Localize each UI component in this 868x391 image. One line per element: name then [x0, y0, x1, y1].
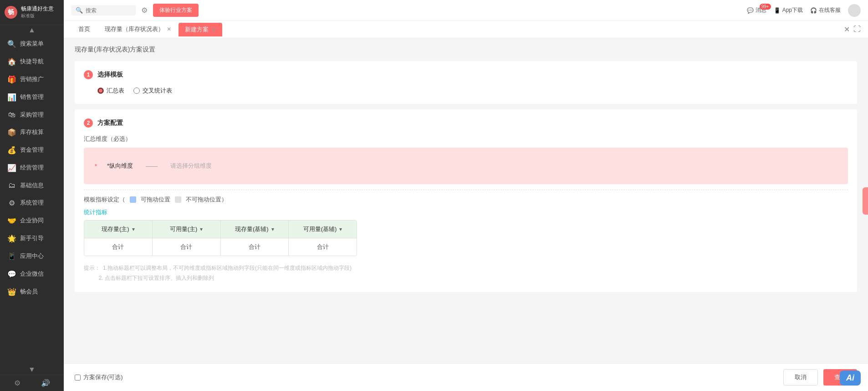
tip1: 提示： 1.拖动标题栏可以调整布局，不可跨维度或指标区域拖动列字段(只能在同一维…: [84, 263, 848, 273]
sidebar-item-member[interactable]: 👑 畅会员: [0, 283, 64, 301]
sidebar-item-label: 畅会员: [20, 288, 38, 296]
cancel-button[interactable]: 取消: [783, 369, 818, 386]
col-header-4: 可用量(基辅) ▾: [289, 221, 357, 238]
guide-icon: 🌟: [7, 234, 16, 243]
tab-inventory-close[interactable]: ✕: [167, 26, 171, 32]
finance-icon: 💰: [7, 146, 16, 154]
tab-home-label: 首页: [78, 25, 90, 33]
dimension-label: 汇总维度（必选）: [84, 135, 848, 143]
sidebar-scroll-up[interactable]: ▲: [0, 25, 64, 35]
template-summary-label: 汇总表: [107, 87, 124, 95]
page-title: 现存量(库存状况表)方案设置: [75, 46, 857, 54]
col2-label: 可用量(主): [170, 225, 198, 233]
col1-chevron[interactable]: ▾: [132, 226, 135, 232]
tip-label: 提示：: [84, 263, 100, 273]
tip2-num: [84, 273, 96, 283]
sidebar-item-wechat[interactable]: 💬 企业微信: [0, 265, 64, 283]
tab-inventory-status[interactable]: 现存量（库存状况表） ✕: [97, 21, 179, 38]
sidebar-item-label: 系统管理: [20, 199, 44, 207]
sidebar-scroll-down[interactable]: ▼: [0, 365, 64, 375]
expand-panel-icon[interactable]: ⛶: [853, 25, 861, 34]
sidebar-item-marketing[interactable]: 🎁 营销推广: [0, 71, 64, 88]
customer-service-button[interactable]: 🎧 在线客服: [810, 6, 841, 14]
col2-chevron[interactable]: ▾: [200, 226, 203, 232]
app-name: 畅康通好生意: [21, 5, 54, 13]
save-option[interactable]: 方案保存(可选): [75, 373, 123, 381]
user-avatar[interactable]: [848, 4, 861, 17]
divider1: [84, 190, 848, 190]
sidebar-nav: 🔍 搜索菜单 🏠 快捷导航 🎁 营销推广 📊 销售管理 🛍 采购管理 📦 库存核…: [0, 35, 64, 365]
save-checkbox[interactable]: [75, 375, 81, 381]
col1-label: 现存量(主): [102, 225, 129, 233]
headset-icon: 🎧: [810, 7, 817, 14]
sidebar-item-sales[interactable]: 📊 销售管理: [0, 88, 64, 106]
sidebar-item-business[interactable]: 📈 经营管理: [0, 159, 64, 177]
sidebar-item-label: 基础信息: [20, 181, 44, 190]
template-options: 汇总表 交叉统计表: [84, 87, 848, 95]
message-button[interactable]: 💬 消息 99+: [747, 6, 766, 14]
marketing-icon: 🎁: [7, 75, 16, 84]
metrics-label: 模板指标设定（ 可拖动位置 不可拖动位置）: [84, 196, 848, 204]
ai-badge[interactable]: Ai: [840, 370, 861, 386]
required-indicator: *: [95, 163, 97, 170]
sidebar-item-label: 企业微信: [20, 270, 44, 278]
sidebar-item-label: 销售管理: [20, 93, 44, 101]
col-row-1: 合计: [84, 238, 153, 256]
col4-chevron[interactable]: ▾: [339, 226, 342, 232]
inventory-icon: 📦: [7, 128, 16, 137]
sidebar-item-basic[interactable]: 🗂 基础信息: [0, 177, 64, 194]
metrics-label-text: 模板指标设定（: [84, 196, 125, 204]
col-header-3: 现存量(基辅) ▾: [221, 221, 289, 238]
search-menu-icon: 🔍: [7, 40, 16, 48]
sound-icon[interactable]: 🔊: [41, 379, 50, 387]
sidebar-item-purchase[interactable]: 🛍 采购管理: [0, 106, 64, 123]
wechat-icon: 💬: [7, 270, 16, 278]
sidebar-item-label: 经营管理: [20, 164, 44, 172]
template-crosstab-radio[interactable]: [133, 87, 140, 94]
search-icon: 🔍: [76, 7, 83, 14]
search-box[interactable]: 🔍: [71, 5, 136, 15]
app-download-button[interactable]: 📱 App下载: [774, 6, 803, 14]
sidebar-item-guide[interactable]: 🌟 新手引导: [0, 230, 64, 247]
stats-table-row: 合计 合计 合计 合计: [84, 238, 357, 256]
template-crosstab-option[interactable]: 交叉统计表: [133, 87, 172, 95]
gear-icon[interactable]: ⚙: [141, 6, 148, 15]
basic-icon: 🗂: [7, 181, 16, 190]
sidebar-item-system[interactable]: ⚙ 系统管理: [0, 194, 64, 212]
dimension-dash: ——: [146, 163, 158, 170]
tips-section: 提示： 1.拖动标题栏可以调整布局，不可跨维度或指标区域拖动列字段(只能在同一维…: [84, 263, 848, 283]
sidebar-item-inventory[interactable]: 📦 库存核算: [0, 123, 64, 141]
settings-icon[interactable]: ⚙: [14, 379, 20, 387]
step1-section: 1 选择模板 汇总表 交叉统计表: [75, 61, 857, 104]
col3-chevron[interactable]: ▾: [271, 226, 274, 232]
tab-home[interactable]: 首页: [71, 21, 97, 38]
right-handle[interactable]: [863, 187, 868, 215]
system-icon: ⚙: [7, 199, 16, 207]
logo-icon: 畅: [5, 6, 17, 19]
tip1-text: 1.拖动标题栏可以调整布局，不可跨维度或指标区域拖动列字段(只能在同一维度或指标…: [103, 263, 352, 273]
close-panel-icon[interactable]: ✕: [844, 25, 850, 34]
tab-new-plan[interactable]: 新建方案 ✕: [179, 23, 222, 36]
sales-icon: 📊: [7, 93, 16, 102]
sidebar-item-search-menu[interactable]: 🔍 搜索菜单: [0, 35, 64, 53]
stats-table: 现存量(主) ▾ 可用量(主) ▾ 现存量(基辅) ▾ 可用量(基辅) ▾: [84, 220, 357, 256]
template-summary-option[interactable]: 汇总表: [97, 87, 124, 95]
template-summary-radio[interactable]: [97, 87, 104, 94]
sidebar-item-contract[interactable]: 🤝 企业协同: [0, 212, 64, 230]
col4-label: 可用量(基辅): [303, 225, 337, 233]
sidebar-item-app-center[interactable]: 📱 应用中心: [0, 247, 64, 265]
topbar-right: 💬 消息 99+ 📱 App下载 🎧 在线客服: [747, 4, 861, 17]
sidebar-item-label: 企业协同: [20, 216, 44, 225]
col-header-1: 现存量(主) ▾: [84, 221, 153, 238]
tab-new-plan-close[interactable]: ✕: [211, 26, 216, 33]
purchase-icon: 🛍: [7, 111, 16, 119]
industry-plan-button[interactable]: 体验行业方案: [153, 4, 199, 17]
step2-section: 2 方案配置 汇总维度（必选） * *纵向维度 —— 请选择分组维度 模板指标设…: [75, 109, 857, 292]
message-icon: 💬: [747, 7, 754, 14]
dimension-box[interactable]: * *纵向维度 —— 请选择分组维度: [84, 148, 848, 184]
sidebar-item-finance[interactable]: 💰 资金管理: [0, 141, 64, 159]
sidebar-item-quick-nav[interactable]: 🏠 快捷导航: [0, 53, 64, 71]
search-input[interactable]: [86, 7, 131, 14]
tabbar: 首页 现存量（库存状况表） ✕ 新建方案 ✕ ✕ ⛶: [64, 21, 868, 38]
draggable-indicator: [130, 196, 136, 203]
